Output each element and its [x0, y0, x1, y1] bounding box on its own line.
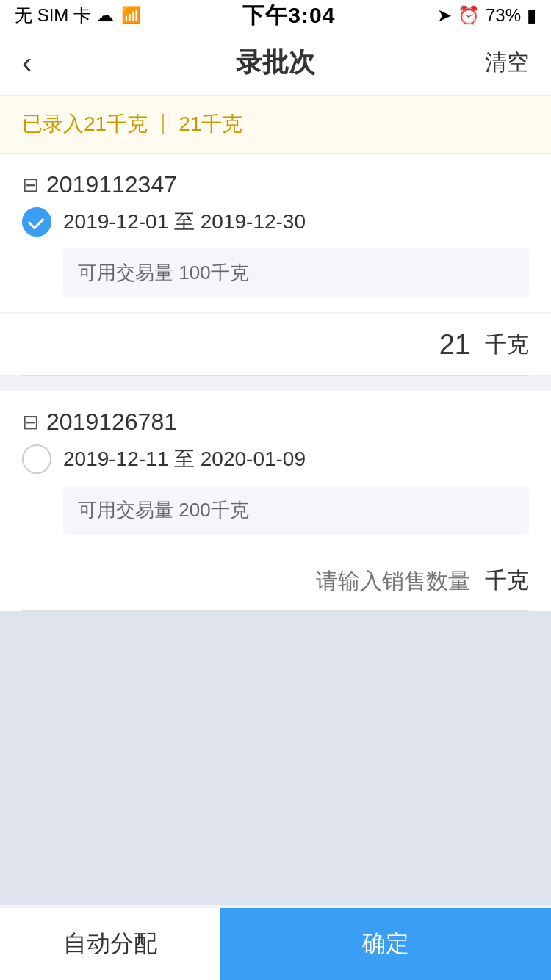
back-button[interactable]: ‹ [22, 46, 66, 79]
batch-2-date: 2019-12-11 至 2020-01-09 [63, 445, 306, 473]
recorded-amount-value: 21千克 [179, 110, 242, 138]
battery-icon: ▮ [527, 5, 536, 26]
batch-1-radio[interactable] [22, 207, 51, 237]
batch-2-unit: 千克 [485, 566, 529, 596]
info-divider [162, 114, 164, 134]
bottom-bar: 自动分配 确定 [0, 908, 551, 980]
page-title: 录批次 [236, 45, 315, 81]
batch-item-2: ⊟ 2019126781 2019-12-11 至 2020-01-09 可用交… [0, 391, 551, 611]
batch-item-1: ⊟ 2019112347 2019-12-01 至 2019-12-30 可用交… [0, 154, 551, 312]
no-sim-label: 无 SIM 卡 ☁ [15, 4, 114, 27]
battery-label: 73% [486, 5, 521, 26]
recorded-amount-label: 已录入21千克 [22, 110, 148, 138]
location-icon: ➤ [437, 5, 452, 26]
alarm-icon: ⏰ [458, 5, 480, 26]
auto-distribute-button[interactable]: 自动分配 [0, 908, 220, 980]
info-banner: 已录入21千克 21千克 [0, 96, 551, 154]
batch-2-available-qty: 可用交易量 200千克 [63, 486, 529, 535]
batch-2-input-row: 千克 [22, 551, 529, 610]
batch-1-amount-unit: 千克 [485, 330, 529, 360]
batch-1-date: 2019-12-01 至 2019-12-30 [63, 208, 306, 236]
batch-2-header: ⊟ 2019126781 [22, 408, 529, 436]
batch-2-radio[interactable] [22, 444, 51, 474]
batch-1-available-qty: 可用交易量 100千克 [63, 248, 529, 298]
status-right: ➤ ⏰ 73% ▮ [437, 5, 536, 26]
batch-2-quantity-input[interactable] [22, 569, 470, 594]
batch-2-date-row: 2019-12-11 至 2020-01-09 [22, 444, 529, 474]
batch-1-date-row: 2019-12-01 至 2019-12-30 [22, 207, 529, 237]
batch-1-amount-value: 21 [439, 329, 470, 361]
status-bar: 无 SIM 卡 ☁ 📶 下午3:04 ➤ ⏰ 73% ▮ [0, 0, 551, 31]
batch-1-id: 2019112347 [46, 171, 177, 198]
batch-1-icon: ⊟ [22, 173, 39, 197]
wifi-icon: 📶 [121, 6, 141, 25]
batch-2-icon: ⊟ [22, 410, 39, 434]
nav-bar: ‹ 录批次 清空 [0, 31, 551, 96]
batch-2-input-section: 千克 [0, 551, 551, 611]
batch-2-details: ⊟ 2019126781 2019-12-11 至 2020-01-09 可用交… [0, 391, 551, 550]
clear-button[interactable]: 清空 [485, 48, 529, 78]
batch-1-amount-row: 21 千克 [0, 314, 551, 375]
status-left: 无 SIM 卡 ☁ 📶 [15, 4, 141, 27]
batch-1-header: ⊟ 2019112347 [22, 171, 529, 198]
gray-area [0, 611, 551, 905]
status-time: 下午3:04 [242, 1, 335, 31]
batch-2-id: 2019126781 [46, 408, 177, 436]
section-divider [0, 376, 551, 391]
confirm-button[interactable]: 确定 [220, 908, 551, 980]
